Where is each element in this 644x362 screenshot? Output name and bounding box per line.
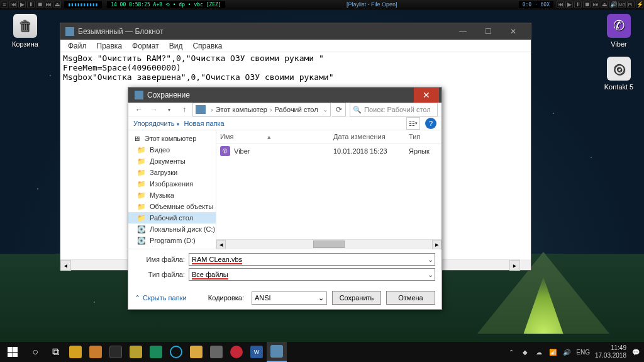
- tree-desktop[interactable]: 📁Рабочий стол: [128, 212, 216, 223]
- wa-next-icon[interactable]: ⏭: [45, 1, 52, 8]
- tree-music[interactable]: 📁Музыка: [128, 189, 216, 201]
- folder-tree: 🖥Этот компьютер 📁Видео 📁Документы 📁Загру…: [128, 130, 216, 249]
- kontakt-desktop-icon[interactable]: ◎ Kontakt 5: [599, 57, 639, 91]
- chevron-down-icon[interactable]: ⌄: [318, 294, 324, 302]
- tb-opera-icon[interactable]: [226, 342, 247, 362]
- windows-logo-icon: [8, 347, 18, 357]
- menu-help[interactable]: Справка: [187, 40, 227, 52]
- wa-r-prev-icon[interactable]: ⏮: [557, 1, 564, 8]
- tree-video[interactable]: 📁Видео: [128, 144, 216, 156]
- wa-prev-icon[interactable]: ⏮: [9, 1, 17, 8]
- menu-format[interactable]: Формат: [127, 40, 164, 52]
- tree-documents[interactable]: 📁Документы: [128, 156, 216, 167]
- tray-wifi-icon[interactable]: 📶: [548, 348, 557, 356]
- search-placeholder: Поиск: Рабочий стол: [364, 106, 431, 113]
- wa-menu-icon[interactable]: ≡: [1, 1, 8, 8]
- wa-lightning-icon[interactable]: ⚡: [636, 1, 643, 8]
- notepad-titlebar[interactable]: Безымянный — Блокнот — ☐ ✕: [60, 23, 531, 40]
- tb-word-icon[interactable]: W: [247, 342, 267, 362]
- scroll-right-icon[interactable]: ▸: [509, 260, 520, 271]
- tb-notepad-icon[interactable]: [267, 342, 287, 362]
- wa-mg-icon[interactable]: MG: [618, 1, 626, 8]
- tray-chevron-up-icon[interactable]: ⌃: [507, 348, 516, 356]
- view-mode-button[interactable]: ☷ ▾: [406, 117, 420, 130]
- menu-file[interactable]: Файл: [63, 40, 92, 52]
- new-folder-button[interactable]: Новая папка: [184, 120, 225, 127]
- wa-play-icon[interactable]: ▶: [18, 1, 26, 8]
- close-button[interactable]: ✕: [501, 23, 526, 40]
- crumb-leaf[interactable]: Рабочий стол: [275, 106, 318, 113]
- cancel-button[interactable]: Отмена: [386, 291, 435, 305]
- tray-clock[interactable]: 11:49 17.03.2018: [595, 344, 626, 359]
- tb-app-3[interactable]: [106, 342, 126, 362]
- tb-app-6[interactable]: [206, 342, 226, 362]
- encoding-select[interactable]: ANSI ⌄: [252, 291, 327, 305]
- wa-r-play-icon[interactable]: ▶: [565, 1, 573, 8]
- wa-stop-icon[interactable]: ⏹: [36, 1, 43, 8]
- dialog-titlebar[interactable]: Сохранение ✕: [128, 88, 441, 103]
- save-button[interactable]: Сохранить: [332, 291, 381, 305]
- tray-app-icon[interactable]: ◆: [521, 348, 530, 356]
- chevron-down-icon[interactable]: ⌄: [428, 271, 433, 279]
- nav-forward-button[interactable]: →: [147, 103, 161, 116]
- tray-notifications-icon[interactable]: 💬: [631, 348, 640, 356]
- scroll-thumb[interactable]: [313, 240, 345, 248]
- file-row-viber[interactable]: ✆ Viber 10.01.2018 15:23 Ярлык: [216, 144, 441, 158]
- tree-this-pc[interactable]: 🖥Этот компьютер: [128, 133, 216, 144]
- chevron-down-icon[interactable]: ⌄: [428, 256, 433, 264]
- crumb-root[interactable]: Этот компьютер: [216, 106, 267, 113]
- tree-programm-d[interactable]: 💽Programm (D:): [128, 235, 216, 246]
- hide-folders-button[interactable]: ⌃ Скрыть папки: [135, 294, 187, 302]
- filename-input[interactable]: RAM CLean.vbs ⌄: [189, 253, 435, 266]
- file-hscroll[interactable]: ◂ ▸: [216, 239, 441, 249]
- tree-objects[interactable]: 📁Объемные объекты: [128, 201, 216, 212]
- start-button[interactable]: [0, 342, 25, 362]
- tb-app-1[interactable]: [65, 342, 86, 362]
- refresh-button[interactable]: ⟳: [332, 103, 346, 116]
- scroll-left-icon[interactable]: ◂: [60, 260, 71, 271]
- viber-desktop-icon[interactable]: ✆ Viber: [599, 14, 639, 48]
- nav-up-button[interactable]: ↑: [177, 103, 191, 116]
- tray-volume-icon[interactable]: 🔊: [562, 348, 571, 356]
- tray-lang[interactable]: ENG: [576, 349, 590, 356]
- scroll-right-icon[interactable]: ▸: [432, 240, 441, 249]
- wa-r-stop-icon[interactable]: ⏹: [583, 1, 591, 8]
- nav-history-button[interactable]: ▾: [162, 103, 176, 116]
- wa-r-pause-icon[interactable]: ⏸: [574, 1, 582, 8]
- tb-search-icon[interactable]: ○: [25, 342, 45, 362]
- minimize-button[interactable]: —: [450, 23, 475, 40]
- tree-images[interactable]: 📁Изображения: [128, 178, 216, 189]
- filetype-select[interactable]: Все файлы ⌄: [189, 268, 435, 281]
- tb-explorer-icon[interactable]: [186, 342, 206, 362]
- nav-back-button[interactable]: ←: [132, 103, 146, 116]
- tray-cloud-icon[interactable]: ☁: [535, 348, 543, 356]
- wa-pause-icon[interactable]: ⏸: [27, 1, 35, 8]
- organize-button[interactable]: Упорядочить ▾: [133, 120, 179, 127]
- wa-r-next-icon[interactable]: ⏭: [592, 1, 599, 8]
- col-name[interactable]: Имя ▴: [216, 130, 330, 144]
- tb-cortana-icon[interactable]: [166, 342, 186, 362]
- menu-edit[interactable]: Правка: [92, 40, 128, 52]
- tree-downloads[interactable]: 📁Загрузки: [128, 167, 216, 178]
- dialog-close-button[interactable]: ✕: [414, 88, 439, 103]
- tree-local-c[interactable]: 💽Локальный диск (C:): [128, 223, 216, 235]
- wa-vol-icon[interactable]: 🔊: [609, 1, 617, 8]
- help-button[interactable]: ?: [425, 118, 436, 129]
- col-date[interactable]: Дата изменения: [330, 130, 405, 144]
- wa-r-eject-icon[interactable]: ⏏: [601, 1, 608, 8]
- tb-taskview-icon[interactable]: ⧉: [45, 342, 65, 362]
- folder-icon: 📁: [137, 213, 146, 222]
- search-input[interactable]: 🔍 Поиск: Рабочий стол: [350, 103, 438, 116]
- recycle-bin-icon[interactable]: 🗑 Корзина: [5, 14, 45, 48]
- wa-eject-icon[interactable]: ⏏: [53, 1, 61, 8]
- breadcrumb[interactable]: › Этот компьютер › Рабочий стол ⌄: [192, 103, 331, 116]
- tb-app-5[interactable]: [146, 342, 166, 362]
- crumb-dd-icon[interactable]: ⌄: [323, 107, 328, 113]
- maximize-button[interactable]: ☐: [475, 23, 501, 40]
- tb-app-4[interactable]: [126, 342, 146, 362]
- tb-app-2[interactable]: [86, 342, 106, 362]
- col-type[interactable]: Тип: [405, 130, 441, 144]
- menu-view[interactable]: Вид: [164, 40, 188, 52]
- wa-pl-icon[interactable]: PL: [627, 1, 635, 8]
- scroll-left-icon[interactable]: ◂: [216, 240, 226, 249]
